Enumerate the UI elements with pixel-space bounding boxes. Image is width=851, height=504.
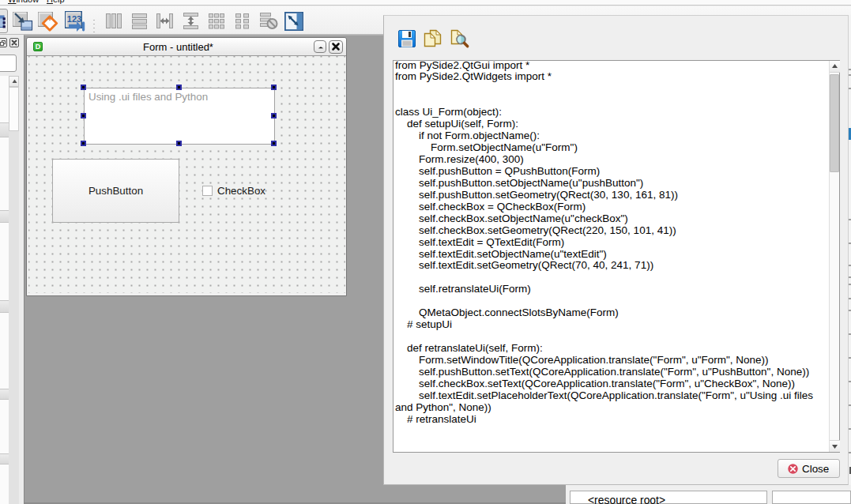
svg-text:123: 123 — [67, 13, 81, 23]
